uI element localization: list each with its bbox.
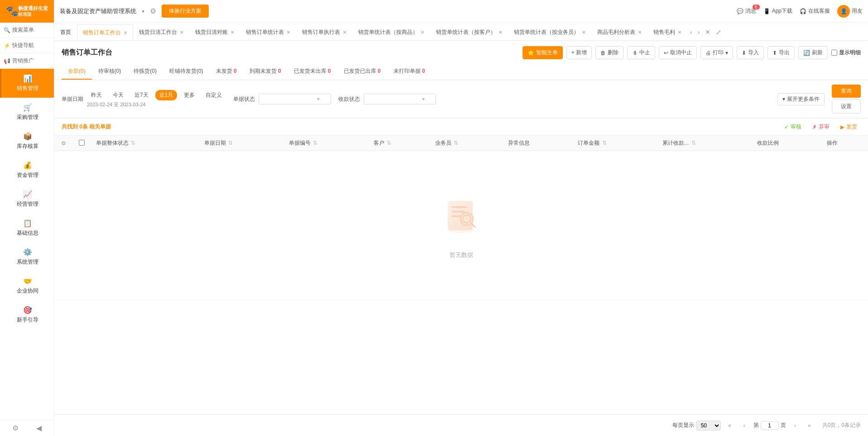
receipt-select[interactable]: ▾ bbox=[364, 94, 436, 104]
tab-sales-summary-staff[interactable]: 销货单统计表（按业务员） ✕ bbox=[508, 24, 591, 40]
sidebar-item-purchase[interactable]: 🛒 采购管理 bbox=[0, 98, 54, 127]
sidebar-item-inventory[interactable]: 📦 库存核算 bbox=[0, 127, 54, 156]
sub-tab-not-shipped[interactable]: 未发货 0 bbox=[210, 64, 243, 80]
sidebar-item-business[interactable]: 📈 经营管理 bbox=[0, 185, 54, 213]
print-button[interactable]: 🖨 打印 ▾ bbox=[700, 46, 733, 59]
collapse-icon[interactable]: ◀ bbox=[36, 424, 42, 432]
date-btn-custom[interactable]: 自定义 bbox=[201, 90, 226, 100]
sub-tab-shipped-not-out[interactable]: 已发货未出库 0 bbox=[288, 64, 337, 80]
export-button[interactable]: ⬆ 导出 bbox=[767, 46, 795, 59]
col-amount[interactable]: 订单金额 ⇅ bbox=[572, 136, 657, 151]
tab-sales-exec[interactable]: 销售订单执行表 ✕ bbox=[296, 24, 352, 40]
user-item[interactable]: 👤 用友 bbox=[837, 5, 863, 18]
tab-sales-stat[interactable]: 销售订单统计表 ✕ bbox=[240, 24, 296, 40]
sidebar-item-finance[interactable]: 💰 资金管理 bbox=[0, 156, 54, 185]
last-page-button[interactable]: » bbox=[804, 420, 815, 431]
tab-sales-summary-customer[interactable]: 销货单统计表（按客户） ✕ bbox=[430, 24, 508, 40]
date-btn-7days[interactable]: 近7天 bbox=[130, 90, 153, 100]
tab-sales-summary-customer-close[interactable]: ✕ bbox=[499, 30, 502, 35]
sub-tab-wangpu[interactable]: 旺铺待发货(0) bbox=[163, 64, 210, 80]
delete-button[interactable]: 🗑 删除 bbox=[595, 46, 623, 59]
sidebar-item-guide[interactable]: 🎯 新手引导 bbox=[0, 300, 54, 329]
date-btn-1month[interactable]: 近1月 bbox=[155, 90, 177, 100]
show-detail-label[interactable]: 显示明细 bbox=[831, 49, 861, 57]
tab-fullscreen[interactable]: ⤢ bbox=[713, 24, 724, 40]
next-page-button[interactable]: › bbox=[790, 420, 801, 431]
tab-sales-more[interactable]: 销售毛利 ✕ bbox=[647, 24, 687, 40]
sub-tab-pending-review[interactable]: 待审核(0) bbox=[92, 64, 128, 80]
first-page-button[interactable]: « bbox=[724, 420, 735, 431]
tab-gross-profit-close[interactable]: ✕ bbox=[638, 30, 642, 35]
tab-sales-workbench[interactable]: 销售订单工作台 ✕ bbox=[77, 24, 133, 41]
topbar-dropdown-icon[interactable]: ▾ bbox=[142, 8, 144, 14]
message-item[interactable]: 💬 消息 6 bbox=[737, 7, 756, 15]
sub-tab-pending-pickup[interactable]: 待拣货(0) bbox=[127, 64, 163, 80]
solution-button[interactable]: 体验行业方案 bbox=[162, 5, 209, 18]
sidebar-item-quick[interactable]: ⚡ 快捷导航 bbox=[0, 38, 54, 53]
online-service-item[interactable]: 🎧 在线客服 bbox=[800, 7, 830, 15]
result-count-value: 0条 bbox=[79, 123, 88, 130]
review-action-button[interactable]: ✓ 审核 bbox=[781, 122, 805, 132]
page-size-select[interactable]: 10 20 50 100 bbox=[696, 421, 721, 431]
tab-close-all[interactable]: ✕ bbox=[702, 24, 713, 40]
suspend-button[interactable]: ⏸ 中止 bbox=[627, 46, 655, 59]
col-customer[interactable]: 客户 ⇅ bbox=[368, 136, 430, 151]
online-service-label: 在线客服 bbox=[808, 7, 830, 15]
col-status[interactable]: 单据整体状态 ⇅ bbox=[91, 136, 199, 151]
tab-sales-stat-close[interactable]: ✕ bbox=[287, 30, 290, 35]
tab-cash-daily[interactable]: 钱货日清工作台 ✕ bbox=[133, 24, 189, 40]
set-button[interactable]: 设置 bbox=[832, 100, 861, 114]
tab-sales-workbench-close[interactable]: ✕ bbox=[124, 30, 127, 35]
sub-tab-shipped-out[interactable]: 已发货已出库 0 bbox=[337, 64, 387, 80]
filter-date: 单据日期 昨天 今天 近7天 近1月 更多 自定义 2023-02-24 至 2… bbox=[62, 90, 226, 108]
tab-sales-summary-product-close[interactable]: ✕ bbox=[421, 30, 424, 35]
col-number[interactable]: 单据编号 ⇅ bbox=[283, 136, 368, 151]
sidebar-item-system[interactable]: ⚙️ 系统管理 bbox=[0, 242, 54, 271]
cancel-review-action-button[interactable]: ✗ 弃审 bbox=[809, 122, 833, 132]
tab-sales-more-close[interactable]: ✕ bbox=[678, 30, 681, 35]
import-button[interactable]: ⬇ 导入 bbox=[737, 46, 764, 59]
sub-tab-not-printed[interactable]: 未打印单据 0 bbox=[387, 64, 432, 80]
smart-create-button[interactable]: ⭐ 智能生单 bbox=[523, 46, 563, 59]
tab-gross-profit[interactable]: 商品毛利分析表 ✕ bbox=[591, 24, 647, 40]
col-collected[interactable]: 累计收款... ⇅ bbox=[657, 136, 752, 151]
cancel-suspend-button[interactable]: ↩ 取消中止 bbox=[659, 46, 697, 59]
query-button[interactable]: 查询 bbox=[832, 85, 861, 98]
tab-nav-next[interactable]: › bbox=[695, 24, 703, 40]
col-salesperson[interactable]: 业务员 ⇅ bbox=[430, 136, 503, 151]
tab-sales-summary-staff-close[interactable]: ✕ bbox=[582, 30, 585, 35]
sub-tab-all[interactable]: 全部(0) bbox=[62, 64, 92, 80]
sidebar-item-basic[interactable]: 📋 基础信息 bbox=[0, 213, 54, 242]
app-download-item[interactable]: 📱 App下载 bbox=[763, 7, 792, 15]
tab-home[interactable]: 首页 bbox=[54, 24, 77, 40]
settings-icon[interactable]: ⚙ bbox=[12, 424, 19, 432]
sub-tab-overdue[interactable]: 到期未发货 0 bbox=[243, 64, 288, 80]
tab-cash-reconcile[interactable]: 钱货日清对账 ✕ bbox=[189, 24, 240, 40]
add-button[interactable]: + 新增 bbox=[566, 46, 592, 59]
sidebar-item-promo[interactable]: 📢 营销推广 bbox=[0, 53, 54, 69]
prev-page-button[interactable]: ‹ bbox=[739, 420, 750, 431]
select-all-checkbox[interactable] bbox=[79, 140, 85, 146]
topbar-settings-icon[interactable]: ⚙ bbox=[150, 7, 156, 15]
expand-conditions-button[interactable]: ▾ 展开更多条件 bbox=[777, 93, 825, 105]
ship-action-button[interactable]: ▶ 发货 bbox=[837, 122, 861, 132]
date-btn-yesterday[interactable]: 昨天 bbox=[87, 90, 106, 100]
col-checkbox[interactable] bbox=[72, 136, 91, 151]
col-settings[interactable]: ⚙ bbox=[54, 136, 72, 151]
col-date[interactable]: 单据日期 ⇅ bbox=[199, 136, 283, 151]
sidebar-item-search[interactable]: 🔍 搜索菜单 bbox=[0, 23, 54, 38]
sidebar-item-sales[interactable]: 📊 销售管理 bbox=[0, 69, 54, 98]
status-select[interactable]: ▾ bbox=[259, 94, 331, 104]
sidebar-enterprise-label: 企业协同 bbox=[17, 287, 38, 295]
refresh-button[interactable]: 🔄 刷新 bbox=[798, 46, 828, 59]
tab-nav-prev[interactable]: ‹ bbox=[687, 24, 695, 40]
show-detail-checkbox[interactable] bbox=[831, 50, 837, 56]
tab-cash-reconcile-close[interactable]: ✕ bbox=[230, 30, 234, 35]
tab-cash-daily-close[interactable]: ✕ bbox=[180, 30, 183, 35]
tab-sales-exec-close[interactable]: ✕ bbox=[343, 30, 346, 35]
sidebar-item-enterprise[interactable]: 🤝 企业协同 bbox=[0, 271, 54, 300]
page-number-input[interactable] bbox=[761, 421, 779, 430]
date-btn-today[interactable]: 今天 bbox=[109, 90, 128, 100]
tab-sales-summary-product[interactable]: 销货单统计表（按商品） ✕ bbox=[352, 24, 430, 40]
date-btn-more[interactable]: 更多 bbox=[180, 90, 199, 100]
